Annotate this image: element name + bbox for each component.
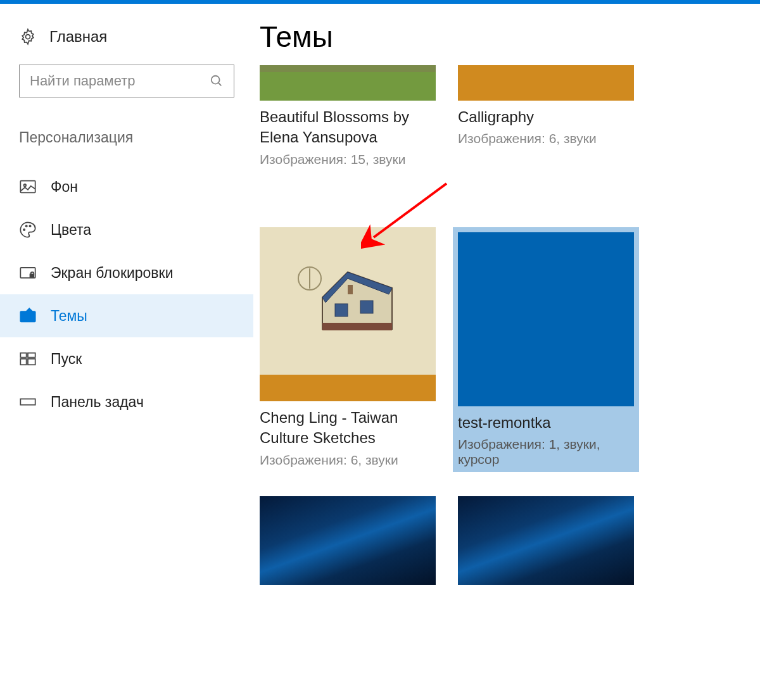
sidebar-item-lockscreen[interactable]: Экран блокировки <box>0 251 253 294</box>
sidebar-item-colors[interactable]: Цвета <box>0 208 253 251</box>
section-header: Персонализация <box>0 129 253 165</box>
theme-title: Cheng Ling - Taiwan Culture Sketches <box>260 408 436 449</box>
svg-rect-15 <box>20 399 35 404</box>
sidebar-item-label: Фон <box>51 178 78 196</box>
start-icon <box>19 350 37 368</box>
sketch-illustration <box>291 259 405 348</box>
main-content: Темы Beautiful Blossoms by Elena Yansupo… <box>253 4 760 700</box>
svg-point-6 <box>26 225 27 227</box>
theme-meta: Изображения: 6, звуки <box>458 131 634 146</box>
sidebar-item-label: Темы <box>51 308 87 325</box>
theme-grid: Beautiful Blossoms by Elena Yansupova Из… <box>260 65 760 585</box>
search-input[interactable] <box>30 73 210 89</box>
svg-rect-11 <box>20 353 26 358</box>
taskbar-icon <box>19 393 37 411</box>
theme-thumbnail <box>458 65 634 101</box>
theme-thumbnail <box>260 65 436 101</box>
theme-meta: Изображения: 1, звуки, курсор <box>458 437 634 467</box>
theme-card-partial-1[interactable] <box>260 496 436 585</box>
theme-title: test-remontka <box>458 413 634 433</box>
gear-icon <box>19 28 37 46</box>
theme-meta: Изображения: 6, звуки <box>260 453 436 468</box>
theme-card-test-remontka[interactable]: test-remontka Изображения: 1, звуки, кур… <box>453 227 639 472</box>
theme-thumbnail <box>458 232 634 406</box>
sidebar-item-label: Экран блокировки <box>51 265 174 282</box>
svg-rect-21 <box>348 285 353 294</box>
palette-icon <box>19 221 37 239</box>
theme-meta: Изображения: 15, звуки <box>260 152 436 167</box>
svg-rect-14 <box>28 359 35 365</box>
svg-point-0 <box>26 35 30 39</box>
svg-point-7 <box>29 225 30 227</box>
page-title: Темы <box>260 20 760 54</box>
theme-card-cheng-ling[interactable]: Cheng Ling - Taiwan Culture Sketches Изо… <box>260 227 436 468</box>
svg-point-1 <box>212 76 220 84</box>
svg-rect-13 <box>20 359 26 365</box>
svg-rect-18 <box>335 304 348 316</box>
sidebar: Главная Персонализация Фон Цвета <box>0 4 253 700</box>
sidebar-item-themes[interactable]: Темы <box>0 294 253 337</box>
home-button[interactable]: Главная <box>0 28 253 65</box>
svg-point-4 <box>24 184 27 187</box>
sidebar-item-label: Панель задач <box>51 394 144 411</box>
theme-card-calligraphy[interactable]: Calligraphy Изображения: 6, звуки <box>458 65 634 146</box>
theme-card-partial-2[interactable] <box>458 496 634 585</box>
svg-point-5 <box>23 229 25 230</box>
theme-thumbnail <box>260 227 436 401</box>
theme-title: Beautiful Blossoms by Elena Yansupova <box>260 107 436 148</box>
sidebar-item-label: Цвета <box>51 222 91 239</box>
home-label: Главная <box>49 28 107 46</box>
lockscreen-icon <box>19 264 37 282</box>
picture-icon <box>19 178 37 196</box>
sidebar-item-start[interactable]: Пуск <box>0 337 253 380</box>
svg-rect-19 <box>360 301 373 313</box>
search-box[interactable] <box>19 65 234 97</box>
svg-rect-20 <box>322 323 392 330</box>
theme-thumbnail <box>458 496 634 585</box>
themes-icon <box>19 307 37 325</box>
theme-card-blossoms[interactable]: Beautiful Blossoms by Elena Yansupova Из… <box>260 65 436 167</box>
sidebar-item-label: Пуск <box>51 351 82 368</box>
svg-rect-9 <box>30 274 34 277</box>
svg-rect-12 <box>28 353 35 358</box>
svg-rect-3 <box>20 181 35 193</box>
theme-thumbnail <box>260 496 436 585</box>
theme-title: Calligraphy <box>458 107 634 127</box>
search-icon <box>210 74 224 88</box>
sidebar-item-background[interactable]: Фон <box>0 165 253 208</box>
sidebar-item-taskbar[interactable]: Панель задач <box>0 380 253 423</box>
svg-line-2 <box>218 83 222 86</box>
